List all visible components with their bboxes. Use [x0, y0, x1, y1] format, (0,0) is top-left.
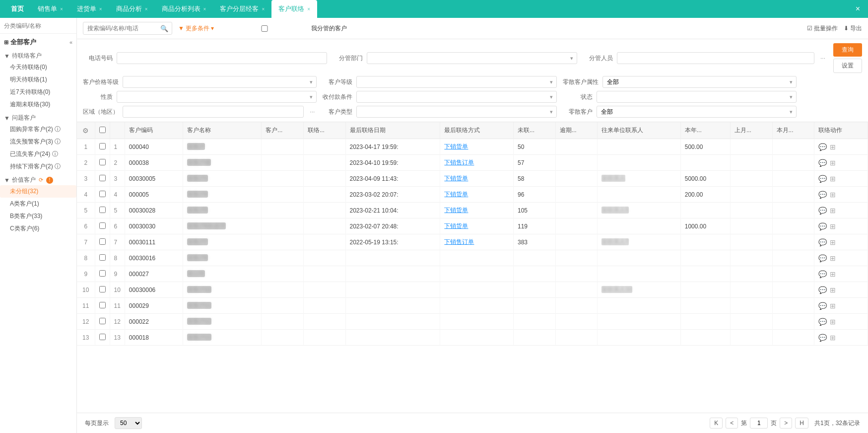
row-checkbox[interactable] — [99, 207, 106, 213]
tab-sales[interactable]: 销售单 × — [31, 0, 70, 18]
sidebar-item-classA[interactable]: A类客户(1) — [0, 198, 76, 210]
sidebar-item-unscored[interactable]: 未分组(32) — [0, 185, 76, 198]
prev-page-btn[interactable]: < — [726, 418, 738, 429]
search-input[interactable] — [83, 22, 172, 35]
select-price-level[interactable] — [123, 76, 317, 88]
cell-last-method[interactable] — [440, 330, 514, 346]
contact-link[interactable]: 下销售订单 — [444, 159, 474, 166]
select-scatter-attr[interactable]: 全部 — [602, 76, 797, 88]
comment-icon[interactable]: 💬 — [818, 191, 827, 199]
export-button[interactable]: ⬇ 导出 — [844, 24, 862, 33]
next-page-btn[interactable]: > — [780, 418, 792, 429]
tab-purchase-close[interactable]: × — [99, 6, 102, 12]
group-problem-label[interactable]: ▼ 问题客户 — [0, 111, 76, 123]
col-partner-contact[interactable]: 往来单位联系人 — [598, 122, 681, 139]
col-this-year[interactable]: 本年... — [680, 122, 730, 139]
sidebar-item-near7[interactable]: 近7天待联络(0) — [0, 86, 76, 98]
cell-checkbox[interactable] — [95, 330, 110, 346]
group-value-label[interactable]: ▼ 价值客户 ⟳ ! — [0, 173, 76, 185]
comment-icon[interactable]: 💬 — [818, 334, 827, 342]
tab-goods-analysis-close[interactable]: × — [145, 6, 148, 12]
row-checkbox[interactable] — [99, 254, 106, 261]
my-customers-checkbox[interactable]: 我分管的客户 — [220, 24, 347, 33]
select-customer-type[interactable] — [356, 106, 556, 118]
input-person[interactable] — [617, 52, 814, 64]
select-all-checkbox[interactable] — [99, 127, 106, 133]
gear-icon[interactable]: ⚙ — [82, 127, 89, 135]
row-checkbox[interactable] — [99, 302, 106, 308]
row-checkbox[interactable] — [99, 175, 106, 181]
sidebar-item-today[interactable]: 今天待联络(0) — [0, 61, 76, 73]
row-checkbox[interactable] — [99, 318, 106, 324]
reset-button[interactable]: 设置 — [833, 59, 862, 73]
contact-link[interactable]: 下销货单 — [444, 191, 468, 198]
sidebar-item-abnormal[interactable]: 固购异常客户(2) ⓘ — [0, 123, 76, 136]
tab-home[interactable]: 首页 — [4, 0, 31, 18]
select-dept[interactable] — [367, 52, 577, 64]
comment-icon[interactable]: 💬 — [818, 270, 827, 278]
row-checkbox[interactable] — [99, 270, 106, 277]
select-nature[interactable] — [117, 91, 317, 103]
cell-checkbox[interactable] — [95, 203, 110, 218]
batch-ops-button[interactable]: ☑ 批量操作 — [807, 24, 838, 33]
more-conditions-btn[interactable]: ▼ 更多条件 ▾ — [178, 24, 214, 33]
row-checkbox[interactable] — [99, 286, 106, 292]
per-page-select[interactable]: 50 100 200 — [115, 417, 142, 429]
comment-icon[interactable]: 💬 — [818, 175, 827, 183]
cell-last-method[interactable] — [440, 282, 514, 298]
select-payment[interactable] — [356, 91, 556, 103]
input-phone[interactable] — [117, 52, 327, 64]
sidebar-item-declining[interactable]: 持续下滑客户(2) ⓘ — [0, 160, 76, 173]
col-last-contact-date[interactable]: 最后联络日期 — [345, 122, 440, 139]
tab-customer-contact[interactable]: 客户联络 × — [271, 0, 317, 18]
cell-checkbox[interactable] — [95, 282, 110, 298]
cell-checkbox[interactable] — [95, 139, 110, 155]
grid-action-icon[interactable]: ⊞ — [830, 222, 836, 230]
col-gear[interactable]: ⚙ — [77, 122, 95, 139]
comment-icon[interactable]: 💬 — [818, 222, 827, 230]
cell-last-method[interactable]: 下销售订单 — [440, 234, 514, 250]
grid-action-icon[interactable]: ⊞ — [830, 318, 836, 326]
contact-link[interactable]: 下销货单 — [444, 207, 468, 214]
query-button[interactable]: 查询 — [833, 43, 862, 57]
cell-checkbox[interactable] — [95, 250, 110, 266]
select-scatter[interactable]: 全部 — [597, 106, 797, 118]
all-customers-header[interactable]: ⊞ 全部客户 « — [0, 34, 76, 49]
cell-checkbox[interactable] — [95, 218, 110, 234]
grid-action-icon[interactable]: ⊞ — [830, 159, 836, 167]
grid-action-icon[interactable]: ⊞ — [830, 286, 836, 294]
first-page-btn[interactable]: K — [710, 418, 723, 429]
tab-goods-analysis-list[interactable]: 商品分析列表 × — [155, 0, 213, 18]
window-close-button[interactable]: × — [852, 4, 864, 13]
cell-last-method[interactable] — [440, 298, 514, 314]
group-pending-label[interactable]: ▼ 待联络客户 — [0, 49, 76, 61]
row-checkbox[interactable] — [99, 222, 106, 229]
select-customer-level[interactable] — [356, 76, 556, 88]
col-name[interactable]: 客户名称 — [183, 122, 262, 139]
cell-last-method[interactable]: 下销货单 — [440, 139, 514, 155]
comment-icon[interactable]: 💬 — [818, 286, 827, 294]
comment-icon[interactable]: 💬 — [818, 143, 827, 151]
cell-checkbox[interactable] — [95, 266, 110, 282]
tab-sales-close[interactable]: × — [60, 6, 63, 12]
input-region[interactable] — [123, 106, 304, 118]
last-page-btn[interactable]: H — [795, 418, 808, 429]
comment-icon[interactable]: 💬 — [818, 318, 827, 326]
comment-icon[interactable]: 💬 — [818, 207, 827, 215]
sidebar-item-churn-risk[interactable]: 流失预警客户(3) ⓘ — [0, 136, 76, 148]
sidebar-item-classB[interactable]: B类客户(33) — [0, 210, 76, 222]
tab-goods-analysis[interactable]: 商品分析 × — [109, 0, 155, 18]
grid-action-icon[interactable]: ⊞ — [830, 207, 836, 215]
comment-icon[interactable]: 💬 — [818, 159, 827, 167]
cell-last-method[interactable] — [440, 266, 514, 282]
col-type[interactable]: 客户... — [262, 122, 304, 139]
tab-goods-analysis-list-close[interactable]: × — [203, 6, 206, 12]
comment-icon[interactable]: 💬 — [818, 302, 827, 310]
row-checkbox[interactable] — [99, 334, 106, 340]
cell-last-method[interactable]: 下销货单 — [440, 171, 514, 187]
tab-customer-segment[interactable]: 客户分层经客 × — [213, 0, 271, 18]
row-checkbox[interactable] — [99, 159, 106, 165]
row-checkbox[interactable] — [99, 238, 106, 245]
grid-action-icon[interactable]: ⊞ — [830, 143, 836, 151]
col-contact[interactable]: 联络... — [303, 122, 345, 139]
